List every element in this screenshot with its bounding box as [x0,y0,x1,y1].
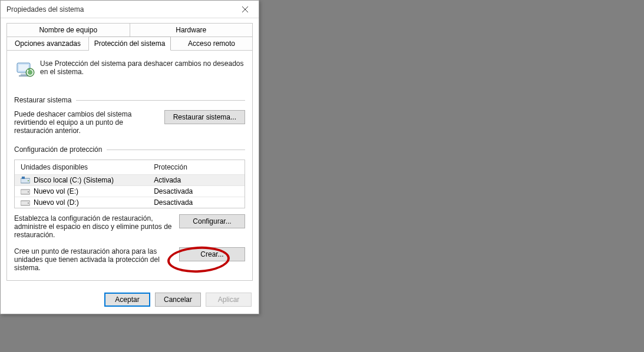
apply-button: Aplicar [206,293,252,307]
group-title-protection: Configuración de protección [14,145,107,154]
dialog-buttons: Aceptar Cancelar Aplicar [1,288,259,314]
drive-status: Desactivada [148,186,245,197]
drive-row[interactable]: Nuevo vol (E:) Desactivada [15,185,245,197]
divider [76,100,245,101]
system-protection-icon [15,59,35,79]
restore-description: Puede deshacer cambios del sistema revir… [14,110,158,135]
tab-panel-system-protection: Use Protección del sistema para deshacer… [6,50,253,281]
drive-icon [21,199,30,206]
tab-advanced-options[interactable]: Opciones avanzadas [6,36,89,51]
window-title: Propiedades del sistema [1,5,232,14]
svg-point-14 [28,202,29,204]
drive-status: Activada [148,175,245,185]
restore-system-button[interactable]: Restaurar sistema... [164,110,245,124]
drive-name: Disco local (C:) (Sistema) [34,176,114,184]
tab-system-protection[interactable]: Protección del sistema [89,36,171,51]
drive-name: Nuevo vol (D:) [34,198,79,207]
svg-rect-4 [21,74,27,75]
drive-row[interactable]: Disco local (C:) (Sistema) Activada [15,174,245,185]
tab-remote-access[interactable]: Acceso remoto [171,36,253,51]
titlebar[interactable]: Propiedades del sistema [1,1,259,18]
close-button[interactable] [232,1,259,18]
drive-name: Nuevo vol (E:) [34,187,78,195]
svg-rect-5 [19,75,28,77]
divider [107,150,245,150]
drives-col-protection[interactable]: Protección [148,160,245,174]
drive-status: Desactivada [148,197,245,208]
system-drive-icon [21,177,30,184]
tab-computer-name[interactable]: Nombre de equipo [6,23,130,36]
svg-point-10 [28,180,29,181]
configure-description: Establezca la configuración de restaurac… [14,214,173,239]
drive-row[interactable]: Nuevo vol (D:) Desactivada [15,197,245,208]
group-restore-system: Restaurar sistema Puede deshacer cambios… [14,96,245,135]
configure-button[interactable]: Configurar... [179,214,245,228]
close-icon [242,6,248,12]
drives-table: Unidades disponibles Protección [14,160,245,208]
ok-button[interactable]: Aceptar [104,293,150,307]
create-description: Cree un punto de restauración ahora para… [14,247,173,272]
group-title-restore: Restaurar sistema [14,96,76,104]
system-properties-window: Propiedades del sistema Nombre de equipo… [0,0,259,314]
intro-text: Use Protección del sistema para deshacer… [40,59,244,79]
group-protection-config: Configuración de protección Unidades dis… [14,145,245,272]
tab-hardware[interactable]: Hardware [130,23,253,36]
drives-col-available[interactable]: Unidades disponibles [15,160,148,174]
cancel-button[interactable]: Cancelar [155,293,201,307]
tabs: Nombre de equipo Hardware Opciones avanz… [6,23,253,281]
create-button[interactable]: Crear... [179,247,245,261]
svg-rect-9 [22,177,25,179]
svg-point-12 [28,191,29,192]
drive-icon [21,188,30,195]
